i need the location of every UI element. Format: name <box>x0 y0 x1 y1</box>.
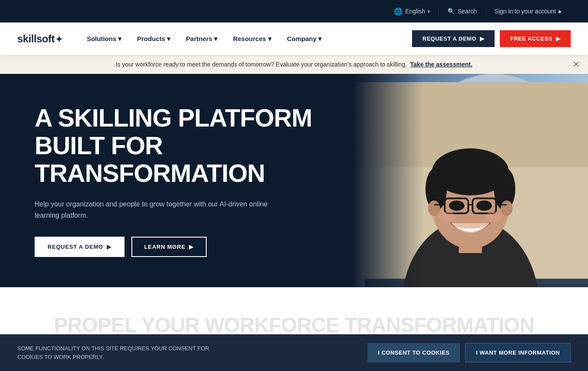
signin-arrow: ▶ <box>559 9 562 14</box>
hero-gradient-overlay <box>353 74 588 287</box>
cookie-banner: SOME FUNCTIONALITY ON THIS SITE REQUIRES… <box>0 334 588 346</box>
logo-area[interactable]: skillsoft✦ <box>17 33 63 45</box>
search-label: Search <box>457 8 476 15</box>
demo-arrow-icon: ▶ <box>480 35 485 42</box>
free-arrow-icon: ▶ <box>556 35 561 42</box>
more-info-button[interactable]: I WANT MORE INFORMATION <box>465 343 571 346</box>
request-demo-button[interactable]: REQUEST A DEMO ▶ <box>412 30 495 47</box>
nav-item-products[interactable]: Products ▾ <box>130 32 177 46</box>
nav-item-company[interactable]: Company ▾ <box>280 32 329 46</box>
search-icon: 🔍 <box>447 8 455 15</box>
chevron-down-icon: ▾ <box>268 35 272 43</box>
hero-learn-button[interactable]: LEARN MORE ▶ <box>131 237 207 257</box>
logo-asterisk: ✦ <box>55 35 63 44</box>
logo[interactable]: skillsoft✦ <box>17 33 63 45</box>
nav-cta-area: REQUEST A DEMO ▶ FREE ACCESS ▶ <box>412 30 571 47</box>
hero-demo-arrow-icon: ▶ <box>107 244 112 250</box>
nav-items: Solutions ▾ Products ▾ Partners ▾ Resour… <box>80 32 412 46</box>
chevron-down-icon: ▾ <box>318 35 322 43</box>
announcement-link[interactable]: Take the assessment. <box>410 61 473 68</box>
nav-item-partners[interactable]: Partners ▾ <box>179 32 224 46</box>
announcement-text: Is your workforce ready to meet the dema… <box>115 61 406 68</box>
language-selector[interactable]: 🌐 English ▾ <box>385 7 438 16</box>
nav-item-resources[interactable]: Resources ▾ <box>226 32 278 46</box>
logo-text: skillsoft✦ <box>17 33 63 45</box>
banner-close-button[interactable]: ✕ <box>573 60 579 69</box>
chevron-down-icon: ▾ <box>118 35 121 43</box>
language-label: English <box>405 8 425 15</box>
signin-label: Sign in to your account <box>495 8 556 15</box>
announcement-banner: Is your workforce ready to meet the dema… <box>0 55 588 74</box>
top-bar: 🌐 English ▾ 🔍 Search Sign in to your acc… <box>0 0 588 22</box>
cookie-text: SOME FUNCTIONALITY ON THIS SITE REQUIRES… <box>17 344 233 346</box>
below-hero-title: PROPEL YOUR WORKFORCE TRANSFORMATION <box>17 313 571 337</box>
hero-subtitle: Help your organization and people to gro… <box>35 199 277 221</box>
consent-to-cookies-button[interactable]: I CONSENT TO COOKIES <box>368 343 460 346</box>
hero-buttons: REQUEST A DEMO ▶ LEARN MORE ▶ <box>35 237 327 257</box>
language-chevron: ▾ <box>428 9 430 14</box>
hero-content: A SKILLING PLATFORM BUILT FOR TRANSFORMA… <box>0 74 353 287</box>
hero-demo-button[interactable]: REQUEST A DEMO ▶ <box>35 237 125 257</box>
globe-icon: 🌐 <box>394 7 403 16</box>
search-button[interactable]: 🔍 Search <box>439 8 485 15</box>
nav-item-solutions[interactable]: Solutions ▾ <box>80 32 128 46</box>
hero-image-area <box>353 74 588 287</box>
cookie-buttons: I CONSENT TO COOKIES I WANT MORE INFORMA… <box>368 343 571 346</box>
hero-section: A SKILLING PLATFORM BUILT FOR TRANSFORMA… <box>0 74 588 287</box>
chevron-down-icon: ▾ <box>167 35 170 43</box>
chevron-down-icon: ▾ <box>214 35 217 43</box>
signin-link[interactable]: Sign in to your account ▶ <box>486 8 571 15</box>
main-nav: skillsoft✦ Solutions ▾ Products ▾ Partne… <box>0 22 588 55</box>
free-access-button[interactable]: FREE ACCESS ▶ <box>500 30 571 47</box>
hero-learn-arrow-icon: ▶ <box>189 244 194 250</box>
hero-title: A SKILLING PLATFORM BUILT FOR TRANSFORMA… <box>35 104 327 187</box>
